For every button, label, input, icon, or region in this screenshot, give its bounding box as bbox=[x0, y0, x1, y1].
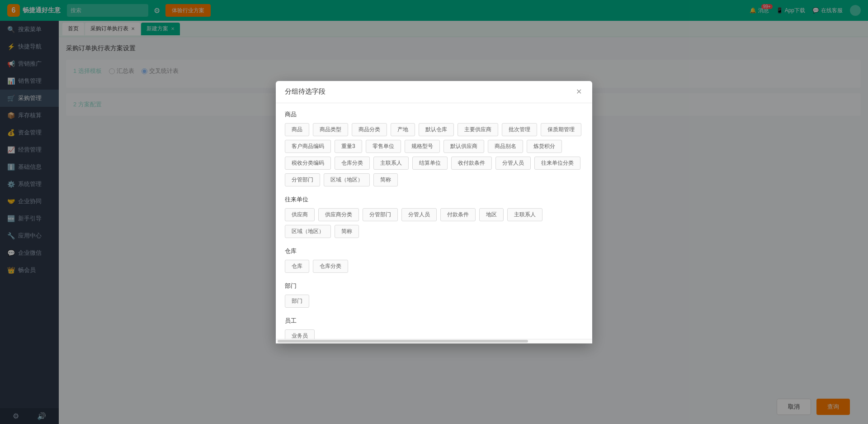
modal-dialog: 分组待选字段 ✕ 商品 商品 商品类型 商品分类 产地 默认仓库 主要供应商 批 bbox=[276, 81, 592, 343]
field-tags-partner: 供应商 供应商分类 分管部门 分管人员 付款条件 地区 主联系人 区域（地区） … bbox=[285, 208, 583, 238]
field-tag[interactable]: 主联系人 bbox=[507, 208, 542, 221]
field-tags-warehouse: 仓库 仓库分类 bbox=[285, 260, 583, 273]
section-title-goods: 商品 bbox=[285, 110, 583, 119]
field-tag[interactable]: 收付款条件 bbox=[451, 157, 492, 170]
field-tag[interactable]: 地区 bbox=[479, 208, 504, 221]
field-tag[interactable]: 区域（地区） bbox=[324, 173, 370, 186]
field-tag[interactable]: 供应商 bbox=[285, 208, 315, 221]
field-tag[interactable]: 炼货积分 bbox=[527, 140, 562, 153]
field-tag[interactable]: 业务员 bbox=[285, 329, 315, 339]
field-tag[interactable]: 主联系人 bbox=[373, 157, 409, 170]
section-title-dept: 部门 bbox=[285, 282, 583, 290]
hscroll-thumb[interactable] bbox=[278, 340, 528, 343]
field-section-warehouse: 仓库 仓库 仓库分类 bbox=[285, 247, 583, 273]
field-tag[interactable]: 商品 bbox=[285, 123, 309, 136]
section-title-partner: 往来单位 bbox=[285, 195, 583, 204]
field-tags-dept: 部门 bbox=[285, 295, 583, 308]
field-tag[interactable]: 区域（地区） bbox=[285, 225, 331, 238]
field-tag[interactable]: 重量3 bbox=[335, 140, 362, 153]
field-section-partner: 往来单位 供应商 供应商分类 分管部门 分管人员 付款条件 地区 主联系人 区域… bbox=[285, 195, 583, 238]
field-tag[interactable]: 默认仓库 bbox=[419, 123, 454, 136]
modal-overlay: 分组待选字段 ✕ 商品 商品 商品类型 商品分类 产地 默认仓库 主要供应商 批 bbox=[0, 0, 868, 424]
field-tag[interactable]: 仓库分类 bbox=[335, 157, 370, 170]
field-tag[interactable]: 商品类型 bbox=[313, 123, 348, 136]
modal-close-button[interactable]: ✕ bbox=[574, 87, 583, 96]
section-title-employee: 员工 bbox=[285, 317, 583, 325]
modal-title: 分组待选字段 bbox=[285, 87, 326, 96]
field-tag[interactable]: 分管部门 bbox=[285, 173, 320, 186]
field-tag[interactable]: 结算单位 bbox=[412, 157, 448, 170]
field-tag[interactable]: 仓库分类 bbox=[313, 260, 348, 273]
field-tag[interactable]: 简称 bbox=[335, 225, 359, 238]
field-tag[interactable]: 客户商品编码 bbox=[285, 140, 331, 153]
field-tag[interactable]: 主要供应商 bbox=[458, 123, 498, 136]
field-tags-goods: 商品 商品类型 商品分类 产地 默认仓库 主要供应商 批次管理 保质期管理 客户… bbox=[285, 123, 583, 186]
field-tag[interactable]: 付款条件 bbox=[440, 208, 476, 221]
field-tag[interactable]: 分管人员 bbox=[401, 208, 437, 221]
modal-close-icon: ✕ bbox=[576, 87, 582, 96]
field-section-employee: 员工 业务员 bbox=[285, 317, 583, 339]
field-tag[interactable]: 商品分类 bbox=[352, 123, 387, 136]
field-tag[interactable]: 分管人员 bbox=[495, 157, 531, 170]
field-section-goods: 商品 商品 商品类型 商品分类 产地 默认仓库 主要供应商 批次管理 保质期管理… bbox=[285, 110, 583, 186]
field-tag[interactable]: 部门 bbox=[285, 295, 309, 308]
modal-header: 分组待选字段 ✕ bbox=[276, 81, 592, 103]
field-tags-employee: 业务员 bbox=[285, 329, 583, 339]
field-tag[interactable]: 保质期管理 bbox=[541, 123, 581, 136]
modal-hscroll[interactable] bbox=[276, 339, 592, 343]
field-tag[interactable]: 产地 bbox=[391, 123, 415, 136]
section-title-warehouse: 仓库 bbox=[285, 247, 583, 255]
field-tag[interactable]: 默认供应商 bbox=[443, 140, 484, 153]
field-tag[interactable]: 批次管理 bbox=[502, 123, 537, 136]
field-section-dept: 部门 部门 bbox=[285, 282, 583, 308]
field-tag[interactable]: 往来单位分类 bbox=[534, 157, 580, 170]
modal-body[interactable]: 商品 商品 商品类型 商品分类 产地 默认仓库 主要供应商 批次管理 保质期管理… bbox=[276, 103, 592, 339]
field-tag[interactable]: 规格型号 bbox=[405, 140, 440, 153]
field-tag[interactable]: 分管部门 bbox=[363, 208, 398, 221]
field-tag[interactable]: 零售单位 bbox=[366, 140, 401, 153]
field-tag[interactable]: 税收分类编码 bbox=[285, 157, 331, 170]
field-tag[interactable]: 简称 bbox=[373, 173, 398, 186]
field-tag[interactable]: 供应商分类 bbox=[318, 208, 359, 221]
field-tag[interactable]: 商品别名 bbox=[488, 140, 523, 153]
field-tag[interactable]: 仓库 bbox=[285, 260, 309, 273]
